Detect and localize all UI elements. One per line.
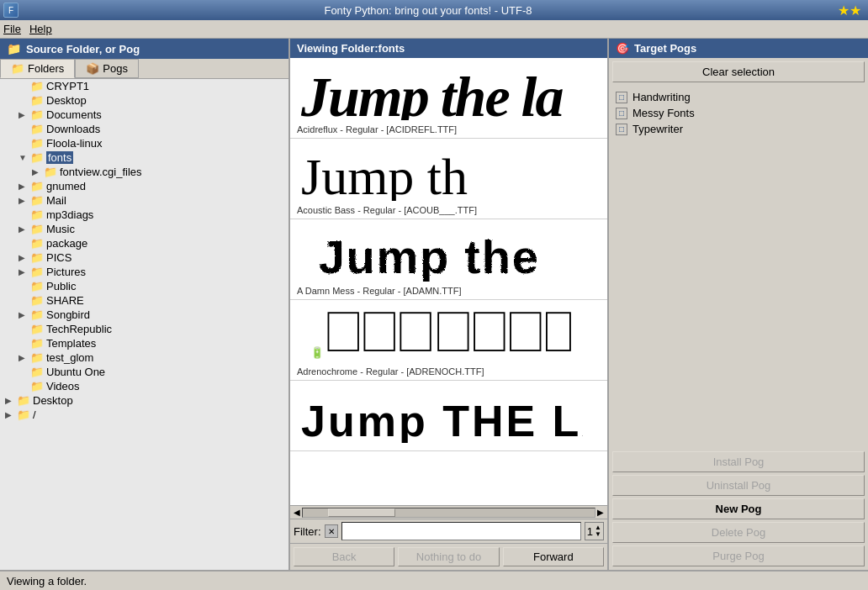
nav-bar: Back Nothing to do Forward	[290, 543, 607, 570]
svg-rect-5	[364, 313, 394, 350]
tree-item-downloads[interactable]: 📁Downloads	[0, 122, 288, 136]
pog-checkbox-typewriter[interactable]: □	[616, 124, 627, 135]
tree-label-package: package	[46, 237, 87, 250]
filter-bar: Filter: ✕ 1 ▲ ▼	[290, 519, 607, 543]
font-entry-adamn[interactable]: Jump the A Damn Mess - Regular - [ADAMN.…	[290, 219, 607, 300]
middle-panel: Viewing Folder:fonts Jump the la Acidref…	[290, 39, 607, 570]
stars: ★★	[838, 3, 861, 18]
tree-item-package[interactable]: 📁package	[0, 236, 288, 250]
menu-help[interactable]: Help	[29, 23, 52, 35]
font-list[interactable]: Jump the la Acidreflux - Regular - [ACID…	[290, 58, 607, 505]
tree-arrow-mail[interactable]: ▶	[19, 196, 30, 205]
clear-selection-button[interactable]: Clear selection	[612, 61, 865, 82]
title-text: Fonty Python: bring out your fonts! - UT…	[324, 4, 532, 17]
tab-pogs[interactable]: 📦 Pogs	[75, 59, 139, 78]
tree-item-songbird[interactable]: ▶📁Songbird	[0, 308, 288, 322]
pog-item-messy-fonts[interactable]: □ Messy Fonts	[612, 105, 865, 121]
scroll-thumb[interactable]	[328, 508, 395, 517]
tree-item-templates[interactable]: 📁Templates	[0, 336, 288, 350]
tree-arrow-gnumed[interactable]: ▶	[19, 182, 30, 191]
pog-item-handwriting[interactable]: □ Handwriting	[612, 89, 865, 105]
tree-arrow-root[interactable]: ▶	[5, 410, 17, 419]
tree-arrow-desktop2[interactable]: ▶	[5, 396, 17, 405]
tree-item-desktop2[interactable]: ▶📁Desktop	[0, 393, 288, 408]
source-panel-header: 📁 Source Folder, or Pog	[0, 39, 288, 59]
svg-text:Jump the la: Jump the la	[300, 65, 563, 120]
tree-arrow-songbird[interactable]: ▶	[19, 310, 30, 319]
horizontal-scrollbar[interactable]: ◀ ▶	[290, 505, 607, 519]
tree-item-documents[interactable]: ▶📁Documents	[0, 108, 288, 122]
pog-checkbox-messy-fonts[interactable]: □	[616, 108, 627, 119]
delete-pog-button[interactable]: Delete Pog	[612, 522, 865, 543]
new-pog-button[interactable]: New Pog	[612, 498, 865, 519]
tree-label-mail: Mail	[46, 194, 66, 207]
pog-checkbox-handwriting[interactable]: □	[616, 92, 627, 103]
tree-item-root[interactable]: ▶📁/	[0, 408, 288, 422]
filter-clear-button[interactable]: ✕	[325, 524, 338, 538]
font-entry-lazy[interactable]: Jump THE LAZY D	[290, 381, 607, 451]
tree-item-desktop[interactable]: 📁Desktop	[0, 93, 288, 108]
folder-icon-fonts: 📁	[30, 151, 44, 164]
scroll-right-arrow[interactable]: ▶	[595, 508, 606, 517]
tree-item-pics[interactable]: ▶📁PICS	[0, 250, 288, 265]
folder-icon-music: 📁	[30, 223, 44, 235]
tree-arrow-fontview[interactable]: ▶	[32, 167, 44, 176]
tree-item-music[interactable]: ▶📁Music	[0, 222, 288, 236]
folder-header: Viewing Folder:fonts	[290, 39, 607, 58]
tree-label-fontview: fontview.cgi_files	[60, 166, 142, 178]
tree-label-desktop: Desktop	[46, 94, 87, 107]
svg-rect-4	[328, 313, 357, 350]
tree-item-fontview[interactable]: ▶📁fontview.cgi_files	[0, 165, 288, 179]
tree-item-ubuntu-one[interactable]: 📁Ubuntu One	[0, 365, 288, 379]
tree-label-pictures: Pictures	[46, 266, 86, 278]
menubar: File Help	[0, 20, 868, 39]
scroll-track[interactable]	[302, 508, 595, 518]
left-panel: 📁 Source Folder, or Pog 📁 Folders 📦 Pogs…	[0, 39, 290, 570]
tree-item-mail[interactable]: ▶📁Mail	[0, 193, 288, 208]
tree-arrow-music[interactable]: ▶	[19, 224, 30, 234]
folder-icon-test_glom: 📁	[30, 351, 44, 364]
folder-icon-public: 📁	[30, 280, 44, 292]
tree-arrow-pictures[interactable]: ▶	[19, 267, 30, 277]
tree-item-pictures[interactable]: ▶📁Pictures	[0, 265, 288, 279]
tree-item-crypt1[interactable]: 📁CRYPT1	[0, 79, 288, 93]
tree-label-fonts: fonts	[46, 151, 73, 164]
tree-item-public[interactable]: 📁Public	[0, 279, 288, 293]
spin-down[interactable]: ▼	[595, 531, 601, 538]
right-action-buttons: Install Pog Uninstall Pog New Pog Delete…	[609, 448, 868, 570]
tree-item-techrepublic[interactable]: 📁TechRepublic	[0, 322, 288, 336]
forward-button[interactable]: Forward	[503, 547, 604, 566]
uninstall-pog-button[interactable]: Uninstall Pog	[612, 475, 865, 496]
folder-icon-downloads: 📁	[30, 123, 44, 135]
tree-arrow-test_glom[interactable]: ▶	[19, 353, 30, 362]
back-button[interactable]: Back	[294, 547, 394, 566]
font-entry-adrenochrome[interactable]: 🔋 Adrenochrome - Regular - [ADRENOCH.TTF…	[290, 300, 607, 381]
folder-icon-fontview: 📁	[44, 166, 57, 178]
tree-label-ubuntu-one: Ubuntu One	[46, 366, 105, 378]
tree-item-mp3diags[interactable]: 📁mp3diags	[0, 208, 288, 222]
pog-item-typewriter[interactable]: □ Typewriter	[612, 121, 865, 137]
tree-item-videos[interactable]: 📁Videos	[0, 379, 288, 393]
file-tree[interactable]: 📁CRYPT1📁Desktop▶📁Documents📁Downloads📁Flo…	[0, 79, 288, 570]
tree-item-gnumed[interactable]: ▶📁gnumed	[0, 179, 288, 193]
svg-text:🔋: 🔋	[310, 345, 325, 360]
install-pog-button[interactable]: Install Pog	[612, 451, 865, 472]
tab-folders[interactable]: 📁 Folders	[0, 59, 75, 78]
tree-item-share[interactable]: 📁SHARE	[0, 293, 288, 308]
tree-item-floola-linux[interactable]: 📁Floola-linux	[0, 136, 288, 150]
purge-pog-button[interactable]: Purge Pog	[612, 545, 865, 566]
menu-file[interactable]: File	[3, 23, 21, 35]
statusbar: Viewing a folder.	[0, 570, 868, 590]
filter-input[interactable]	[341, 522, 581, 540]
tree-arrow-documents[interactable]: ▶	[19, 110, 30, 119]
nothing-button: Nothing to do	[398, 547, 499, 566]
font-entry-acoustic[interactable]: Jump th Acoustic Bass - Regular - [ACOUB…	[290, 139, 607, 219]
tree-arrow-fonts[interactable]: ▼	[19, 153, 30, 162]
tree-arrow-pics[interactable]: ▶	[19, 253, 30, 262]
scroll-left-arrow[interactable]: ◀	[292, 508, 302, 517]
tree-item-fonts[interactable]: ▼📁fonts	[0, 150, 288, 165]
font-entry-acidreflux[interactable]: Jump the la Acidreflux - Regular - [ACID…	[290, 58, 607, 139]
tree-label-floola-linux: Floola-linux	[46, 137, 102, 150]
tree-item-test_glom[interactable]: ▶📁test_glom	[0, 350, 288, 365]
svg-rect-8	[474, 313, 504, 350]
